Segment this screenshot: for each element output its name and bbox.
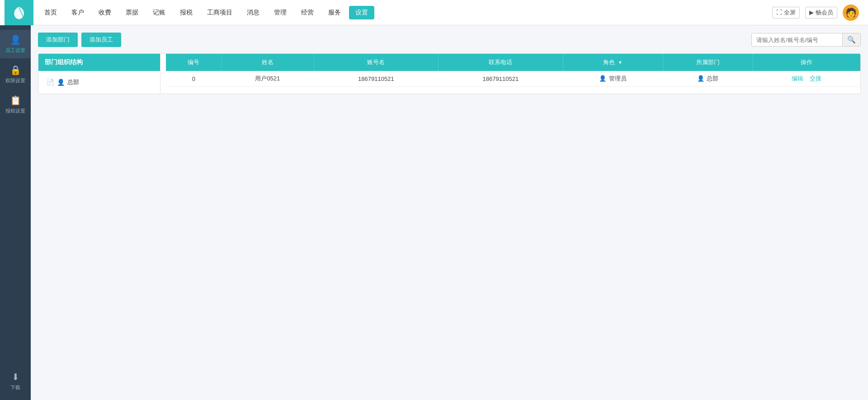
nav-item-home[interactable]: 首页 — [38, 6, 63, 19]
col-dept: 所属部门 — [663, 54, 753, 71]
col-role[interactable]: 角色 ▼ — [563, 54, 663, 71]
add-dept-button[interactable]: 添加部门 — [38, 33, 78, 47]
avatar[interactable]: 🧑 — [843, 5, 859, 21]
member-label: 畅会员 — [816, 9, 833, 17]
dept-tree-header: 部门组织结构 — [38, 54, 160, 71]
member-button[interactable]: ▶ 畅会员 — [805, 7, 837, 19]
sidebar: 👤 员工设置 🔒 权限设置 📋 报税设置 ⬇ 下载 — [0, 25, 31, 400]
cell-phone: 18679110521 — [439, 71, 563, 87]
edit-link[interactable]: 编辑 — [792, 75, 803, 82]
toolbar: 添加部门 添加员工 🔍 — [38, 33, 861, 47]
dept-tree: 部门组织结构 📄 👤 总部 — [38, 54, 160, 94]
search-button[interactable]: 🔍 — [842, 33, 860, 46]
nav-item-message[interactable]: 消息 — [241, 6, 266, 19]
nav-item-bills[interactable]: 票据 — [119, 6, 145, 19]
role-label: 管理员 — [609, 75, 627, 82]
dept-node-general[interactable]: 📄 👤 总部 — [43, 75, 156, 89]
nav-items: 首页 客户 收费 票据 记账 报税 工商项目 消息 管理 经营 服务 设置 — [33, 6, 772, 19]
nav-item-service[interactable]: 服务 — [322, 6, 347, 19]
sidebar-bottom: ⬇ 下载 — [0, 367, 31, 400]
search-icon: 🔍 — [847, 36, 856, 43]
nav-item-customer[interactable]: 客户 — [65, 6, 90, 19]
fullscreen-icon: ⛶ — [776, 9, 782, 16]
employee-area: 部门组织结构 📄 👤 总部 编号 姓名 账号名 — [38, 53, 861, 94]
dept-label: 总部 — [707, 75, 718, 82]
col-account: 账号名 — [314, 54, 439, 71]
filter-icon: ▼ — [618, 60, 623, 65]
download-icon: ⬇ — [12, 372, 19, 382]
employee-table-wrap: 编号 姓名 账号名 联系电话 角色 ▼ 所属部门 操作 — [166, 54, 860, 94]
content: 添加部门 添加员工 🔍 部门组织结构 📄 👤 总部 — [31, 25, 868, 400]
sidebar-item-employee[interactable]: 👤 员工设置 — [0, 30, 31, 58]
nav-item-fee[interactable]: 收费 — [92, 6, 118, 19]
table-row: 0 用户0521 18679110521 18679110521 👤 管理员 👤… — [166, 71, 860, 87]
doc-icon: 📄 — [47, 79, 54, 86]
sidebar-item-permission[interactable]: 🔒 权限设置 — [0, 60, 31, 89]
person-icon: 👤 — [10, 34, 21, 45]
dept-person-icon-cell: 👤 — [697, 75, 704, 82]
col-phone: 联系电话 — [439, 54, 563, 71]
search-input[interactable] — [752, 34, 842, 46]
dept-tree-body: 📄 👤 总部 — [38, 71, 160, 94]
tax-icon: 📋 — [10, 95, 21, 106]
cell-id: 0 — [166, 71, 222, 87]
nav-item-accounting[interactable]: 记账 — [146, 6, 172, 19]
sidebar-item-tax-settings[interactable]: 📋 报税设置 — [0, 90, 31, 119]
nav-item-tax[interactable]: 报税 — [174, 6, 199, 19]
cell-account: 18679110521 — [314, 71, 439, 87]
top-nav: 首页 客户 收费 票据 记账 报税 工商项目 消息 管理 经营 服务 设置 ⛶ … — [0, 0, 868, 25]
search-bar: 🔍 — [751, 33, 861, 47]
sidebar-label-download: 下载 — [10, 384, 20, 391]
col-role-label: 角色 — [603, 59, 615, 66]
dept-person-icon: 👤 — [57, 79, 65, 86]
cell-actions: 编辑 交接 — [753, 71, 860, 87]
sidebar-label-employee: 员工设置 — [5, 47, 25, 54]
fullscreen-label: 全屏 — [784, 9, 796, 17]
table-header-row: 编号 姓名 账号名 联系电话 角色 ▼ 所属部门 操作 — [166, 54, 860, 71]
transfer-link[interactable]: 交接 — [810, 75, 821, 82]
sidebar-item-download[interactable]: ⬇ 下载 — [0, 367, 31, 395]
dept-node-label: 总部 — [67, 78, 79, 86]
cell-name: 用户0521 — [222, 71, 314, 87]
sidebar-label-permission: 权限设置 — [5, 77, 25, 84]
nav-item-operation[interactable]: 经营 — [295, 6, 320, 19]
role-person-icon: 👤 — [599, 75, 606, 82]
col-id: 编号 — [166, 54, 222, 71]
cell-dept: 👤 总部 — [663, 71, 753, 87]
nav-item-business[interactable]: 工商项目 — [201, 6, 239, 19]
nav-item-settings[interactable]: 设置 — [349, 6, 374, 19]
member-icon: ▶ — [809, 9, 814, 16]
col-name: 姓名 — [222, 54, 314, 71]
cell-role: 👤 管理员 — [563, 71, 663, 87]
sidebar-label-tax: 报税设置 — [5, 108, 25, 114]
nav-right: ⛶ 全屏 ▶ 畅会员 🧑 — [772, 5, 859, 21]
logo[interactable] — [5, 0, 33, 25]
col-action: 操作 — [753, 54, 860, 71]
fullscreen-button[interactable]: ⛶ 全屏 — [772, 7, 800, 19]
nav-item-manage[interactable]: 管理 — [268, 6, 293, 19]
add-employee-button[interactable]: 添加员工 — [81, 33, 121, 47]
lock-icon: 🔒 — [10, 65, 21, 75]
employee-table: 编号 姓名 账号名 联系电话 角色 ▼ 所属部门 操作 — [166, 54, 860, 87]
main-layout: 👤 员工设置 🔒 权限设置 📋 报税设置 ⬇ 下载 添加部门 添加员工 — [0, 25, 868, 400]
